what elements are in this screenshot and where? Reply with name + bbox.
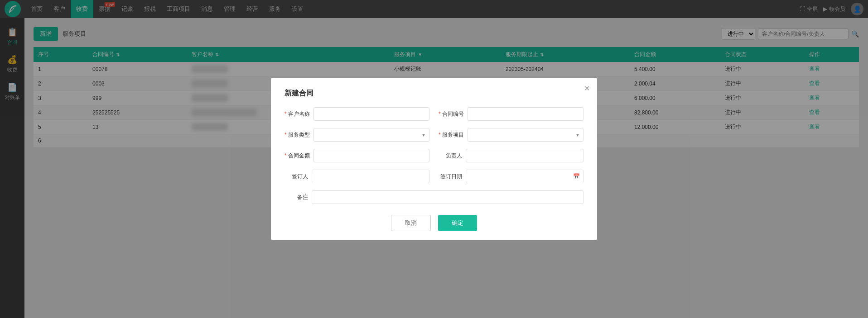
customer-name-label: 客户名称 [285, 110, 310, 118]
form-field-contract-amount: 合同金额 0.00 [285, 149, 429, 162]
form-row-1: 客户名称 合同编号 [285, 107, 583, 121]
modal-close-button[interactable]: ✕ [584, 84, 590, 93]
new-contract-modal: ✕ 新建合同 客户名称 合同编号 服务类型 ▼ [271, 78, 597, 240]
responsible-label: 负责人 [439, 152, 462, 160]
signer-input[interactable] [312, 170, 429, 183]
customer-name-input[interactable] [313, 107, 429, 121]
contract-no-label: 合同编号 [439, 110, 464, 118]
service-item-select-wrap: ▼ [468, 128, 583, 142]
form-field-service-item: 服务项目 ▼ [439, 128, 583, 142]
form-field-customer-name: 客户名称 [285, 107, 429, 121]
contract-amount-input[interactable]: 0.00 [313, 149, 429, 162]
contract-no-input[interactable] [468, 107, 583, 121]
modal-overlay: ✕ 新建合同 客户名称 合同编号 服务类型 ▼ [0, 0, 868, 318]
sign-date-input[interactable]: 2023-06-06 [466, 170, 583, 183]
service-type-select-wrap: ▼ [313, 128, 429, 142]
service-item-label: 服务项目 [439, 131, 464, 139]
service-type-select[interactable] [313, 128, 429, 142]
form-field-contract-no: 合同编号 [439, 107, 583, 121]
remark-input[interactable] [312, 190, 583, 204]
service-type-label: 服务类型 [285, 131, 310, 139]
responsible-input[interactable] [466, 149, 583, 162]
remark-label: 备注 [285, 194, 308, 201]
service-item-select[interactable] [468, 128, 583, 142]
calendar-icon[interactable]: 📅 [573, 173, 580, 180]
cancel-button[interactable]: 取消 [391, 215, 431, 231]
form-row-4: 签订人 签订日期 2023-06-06 📅 [285, 170, 583, 183]
form-field-remark: 备注 [285, 190, 583, 204]
signer-label: 签订人 [285, 173, 308, 180]
form-row-3: 合同金额 0.00 负责人 [285, 149, 583, 162]
form-row-2: 服务类型 ▼ 服务项目 ▼ [285, 128, 583, 142]
sign-date-wrap: 2023-06-06 📅 [466, 170, 583, 183]
contract-amount-label: 合同金额 [285, 152, 310, 160]
form-field-service-type: 服务类型 ▼ [285, 128, 429, 142]
form-field-signer: 签订人 [285, 170, 429, 183]
modal-title: 新建合同 [285, 89, 583, 98]
sign-date-label: 签订日期 [439, 173, 462, 180]
form-row-5: 备注 [285, 190, 583, 204]
modal-footer: 取消 确定 [285, 215, 583, 231]
confirm-button[interactable]: 确定 [438, 215, 477, 231]
form-field-responsible: 负责人 [439, 149, 583, 162]
form-field-sign-date: 签订日期 2023-06-06 📅 [439, 170, 583, 183]
